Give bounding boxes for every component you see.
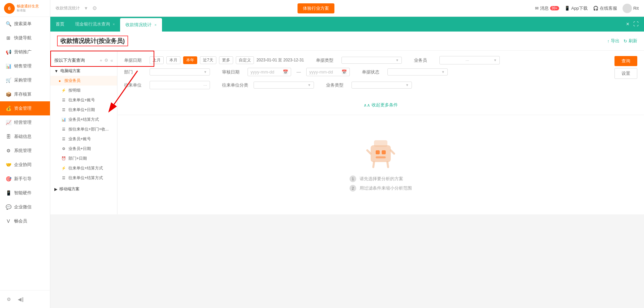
svg-rect-2: [376, 150, 380, 154]
close-bank-tab[interactable]: ×: [113, 22, 115, 26]
date-btn-custom[interactable]: 自定义: [236, 56, 254, 64]
sidebar-item-vip[interactable]: V 畅会员: [0, 214, 50, 228]
date-filter-label: 单据日期: [124, 57, 144, 63]
sidebar-item-search[interactable]: 🔍 搜索菜单: [0, 17, 50, 31]
sidebar-item-wechat[interactable]: 💬 企业微信: [0, 200, 50, 214]
scheme-by-detail[interactable]: ⚡ 按明细: [50, 86, 117, 95]
desktop-section-label: 电脑端方案: [60, 68, 80, 74]
scheme-partner-date-label: 往来单位+日期: [68, 107, 95, 113]
date-btn-this-month[interactable]: 本月: [166, 56, 180, 64]
tab-home[interactable]: 首页: [50, 17, 70, 32]
sidebar-item-marketing[interactable]: 📢 营销推广: [0, 45, 50, 59]
date-btn-this-year[interactable]: 本年: [183, 56, 197, 64]
date-btn-more[interactable]: 更多: [219, 56, 233, 64]
sidebar-item-inventory[interactable]: 📦 库存核算: [0, 87, 50, 101]
header-right: ✉ 消息 99+ 📱 App下载 🎧 在线客服 Rit: [535, 4, 639, 13]
guide-icon: 🎯: [5, 176, 11, 182]
scheme-dept-date[interactable]: ⏰ 部门+日期: [50, 154, 117, 163]
refresh-label: 刷新: [629, 38, 637, 44]
marketing-icon: 📢: [5, 49, 11, 55]
dropdown-icon[interactable]: ▼: [84, 6, 88, 11]
sidebar-item-quicknav[interactable]: ⊞ 快捷导航: [0, 31, 50, 45]
scheme-partner-date[interactable]: ☰ 往来单位+日期: [50, 105, 117, 115]
dept-select[interactable]: ▼: [150, 68, 210, 75]
scheme-partner-settlement1[interactable]: ⚡ 往来单位+结算方式: [50, 163, 117, 173]
export-button[interactable]: ↑ 导出: [607, 38, 620, 44]
sidebar-label-system: 系统管理: [14, 148, 32, 154]
close-receipts-tab[interactable]: ×: [154, 23, 156, 27]
scheme-salesperson-date[interactable]: ⚙ 业务员+日期: [50, 144, 117, 154]
collapse-filter-btn[interactable]: ∧∧ 收起更多条件: [364, 102, 398, 108]
tab-bank[interactable]: 现金银行流水查询 ×: [70, 17, 120, 32]
user-name: Rit: [633, 6, 639, 11]
scheme-salesperson-account[interactable]: ☰ 业务员+账号: [50, 134, 117, 144]
date-btn-last-month[interactable]: 上月: [150, 56, 164, 64]
date-to: 2023-12-31: [283, 58, 304, 62]
enterprise-icon: 🤝: [5, 162, 11, 168]
settings-icon[interactable]: ⚙: [92, 5, 97, 11]
salesperson-select[interactable]: ··· ▼: [439, 56, 500, 64]
active-scheme-icon: ●: [57, 78, 62, 84]
scheme-settings-btn[interactable]: ⚙: [104, 58, 108, 63]
tab-receipts-label: 收款情况统计: [125, 22, 152, 28]
sidebar-item-operations[interactable]: 📈 经营管理: [0, 115, 50, 130]
scheme-salesperson-settlement[interactable]: 📊 业务员+结算方式: [50, 115, 117, 124]
partner-category-select[interactable]: ▼: [254, 82, 314, 89]
scheme-partner-dept[interactable]: ☰ 按往来单位+部门+收...: [50, 124, 117, 134]
maximize-tab-btn[interactable]: ⛶: [633, 21, 639, 27]
collapse-sidebar-btn[interactable]: ◀‖: [16, 295, 25, 304]
sidebar-item-sales[interactable]: 📊 销售管理: [0, 59, 50, 73]
doc-type-select[interactable]: ▼: [341, 57, 402, 64]
query-button[interactable]: 查询: [614, 56, 637, 66]
online-service-action[interactable]: 🎧 在线客服: [593, 5, 617, 11]
mobile-section[interactable]: ▶ 移动端方案: [50, 184, 117, 194]
sidebar-item-enterprise[interactable]: 🤝 企业协同: [0, 158, 50, 172]
partner-select[interactable]: ···: [150, 81, 210, 89]
sales-icon: 📊: [5, 63, 11, 69]
biz-type-label: 业务类型: [326, 82, 346, 88]
sidebar-item-basic[interactable]: 🗄 基础信息: [0, 130, 50, 144]
doc-status-select[interactable]: ▼: [387, 68, 448, 75]
sidebar-item-hardware[interactable]: 📱 智能硬件: [0, 186, 50, 200]
biz-type-select[interactable]: ▼: [352, 82, 412, 89]
scheme-partner-dept-label: 按往来单位+部门+收...: [68, 126, 109, 132]
main-area: 收款情况统计 ▼ ⚙ 体验行业方案 ✉ 消息 99+ 📱 App下载 🎧 在线客…: [50, 0, 644, 308]
calendar-to-icon[interactable]: 📅: [341, 69, 347, 74]
sidebar-item-purchase[interactable]: 🛒 采购管理: [0, 73, 50, 87]
scheme-partner-settlement2[interactable]: ☰ 往来单位+结算方式: [50, 173, 117, 183]
partner-more-btn[interactable]: ···: [203, 83, 207, 88]
empty-state: 1 请先选择要分析的方案 2 用过滤条件来缩小分析范围: [117, 115, 644, 214]
logo-area: 6 畅捷通好生意 标准版: [0, 0, 50, 17]
collapse-panel-btn[interactable]: «: [110, 58, 113, 63]
page-title: 收款情况统计(按业务员): [57, 36, 128, 46]
filter-settings-button[interactable]: 设置: [614, 68, 637, 79]
sidebar-label-wechat: 企业微信: [14, 204, 32, 210]
refresh-button[interactable]: ↻ 刷新: [624, 38, 637, 44]
dept-date-icon: ⏰: [61, 156, 66, 161]
partner-settlement2-icon: ☰: [61, 175, 66, 181]
sidebar-item-finance[interactable]: 💰 资金管理: [0, 101, 50, 115]
sidebar-label-vip: 畅会员: [14, 218, 27, 224]
user-action[interactable]: Rit: [623, 4, 639, 13]
trial-button[interactable]: 体验行业方案: [298, 3, 334, 13]
logo-badge: 标准版: [17, 8, 39, 13]
sidebar: 6 畅捷通好生意 标准版 🔍 搜索菜单 ⊞ 快捷导航 📢 营销推广 📊 销售管理…: [0, 0, 50, 308]
tab-receipts[interactable]: 收款情况统计 ×: [120, 18, 162, 32]
salesperson-date-icon: ⚙: [61, 146, 66, 152]
scheme-partner-account[interactable]: ☰ 往来单位+账号: [50, 95, 117, 105]
settings-footer-btn[interactable]: ⚙: [4, 295, 13, 304]
calendar-from-icon[interactable]: 📅: [283, 69, 288, 74]
review-date-to[interactable]: yyyy-mm-dd 📅: [306, 68, 350, 76]
desktop-section[interactable]: ▼ 电脑端方案: [50, 66, 117, 76]
salesperson-more-btn[interactable]: ···: [466, 58, 469, 63]
app-download-action[interactable]: 📱 App下载: [565, 5, 588, 11]
add-scheme-btn[interactable]: +: [100, 58, 102, 63]
review-date-from[interactable]: yyyy-mm-dd 📅: [248, 68, 291, 76]
close-tab-btn[interactable]: ×: [626, 21, 629, 27]
scheme-by-salesperson[interactable]: ● 按业务员: [50, 76, 117, 86]
svg-line-6: [391, 150, 394, 154]
sidebar-item-system[interactable]: ⚙ 系统管理: [0, 144, 50, 158]
messages-action[interactable]: ✉ 消息 99+: [535, 5, 559, 11]
sidebar-item-guide[interactable]: 🎯 新手引导: [0, 172, 50, 186]
date-btn-7days[interactable]: 近7天: [200, 56, 216, 64]
